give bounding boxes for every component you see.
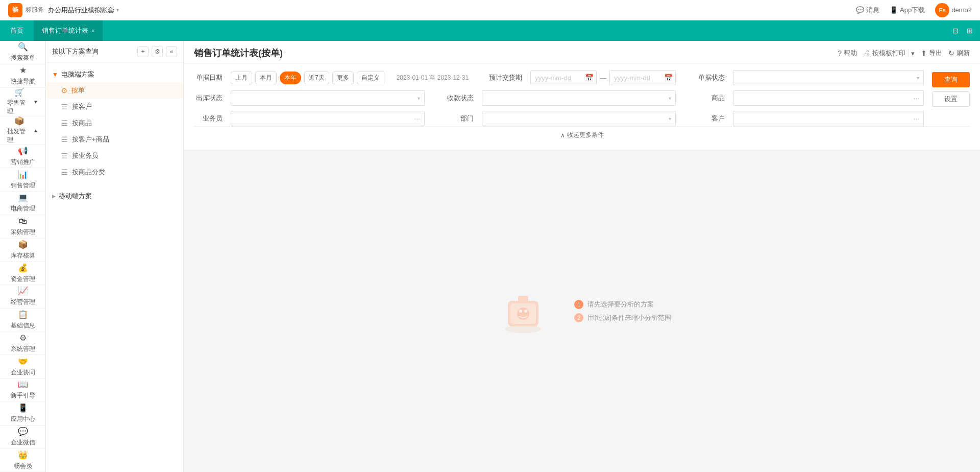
refresh-button[interactable]: ↻ 刷新	[948, 49, 970, 58]
sidebar-marketing-label: 营销推广	[11, 158, 35, 167]
date-range-text: 2023-01-01 至 2023-12-31	[397, 74, 469, 82]
shortcut-this-month[interactable]: 本月	[255, 72, 277, 84]
ecommerce-icon: 💻	[18, 193, 28, 202]
sidebar-item-guide[interactable]: 📖 新手引导	[0, 379, 45, 402]
payment-status-arrow-icon: ▾	[669, 96, 671, 101]
by-order-icon: ⊙	[61, 86, 67, 95]
shortcut-this-year[interactable]: 本年	[280, 72, 301, 84]
scheme-item-by-goods[interactable]: ☰ 按商品	[46, 115, 183, 131]
sidebar-item-finance[interactable]: 💰 资金管理	[0, 262, 45, 285]
sidebar-item-marketing[interactable]: 📢 营销推广	[0, 145, 45, 169]
tab-maximize-button[interactable]: ⊞	[964, 25, 976, 37]
status-select[interactable]: ▾	[733, 70, 924, 85]
salesperson-more-icon[interactable]: ···	[414, 114, 420, 123]
scheme-item-by-customer-goods-label: 按客户+商品	[72, 135, 109, 144]
tab-label: 销售订单统计表	[42, 26, 88, 35]
sidebar-item-sales[interactable]: 📊 销售管理	[0, 168, 45, 192]
filter-area: 单据日期 上月 本月 本年 近7天 更多 自定义 2023-01-01 至 20…	[184, 64, 980, 150]
empty-tip-1: 1 请先选择要分析的方案	[574, 300, 671, 309]
sidebar-item-inventory[interactable]: 📦 库存核算	[0, 239, 45, 262]
query-button[interactable]: 查询	[932, 72, 970, 87]
sidebar-item-search[interactable]: 🔍 搜索菜单	[0, 41, 45, 64]
scheme-item-by-order-label: 按单	[71, 86, 85, 95]
scheme-section-pc-label: 电脑端方案	[61, 70, 94, 79]
guide-icon: 📖	[18, 380, 28, 389]
by-goods-icon: ☰	[61, 119, 68, 127]
collapse-button[interactable]: ∧ 收起更多条件	[560, 131, 604, 139]
shortcut-more[interactable]: 更多	[332, 72, 354, 84]
sidebar-item-retail[interactable]: 🛒 零售管理 ▼	[0, 88, 45, 116]
tab-close-icon[interactable]: ×	[91, 28, 94, 34]
logo-area: 畅 标服务	[8, 3, 44, 17]
svg-point-5	[519, 310, 522, 313]
tab-sales-statistics[interactable]: 销售订单统计表 ×	[34, 20, 103, 41]
print-button[interactable]: 🖨 按模板打印 ▾	[863, 49, 915, 58]
tab-home[interactable]: 首页	[0, 20, 34, 41]
sidebar-item-appstore[interactable]: 📱 应用中心	[0, 402, 45, 426]
sidebar-item-wholesale[interactable]: 📦 批发管理 ▲	[0, 116, 45, 145]
print-icon: 🖨	[863, 49, 870, 57]
app-title-dropdown-icon[interactable]: ▾	[116, 7, 119, 13]
settings-scheme-button[interactable]: ⚙	[152, 46, 163, 57]
goods-select[interactable]: ···	[733, 90, 924, 106]
tab-home-label: 首页	[10, 26, 23, 35]
scheme-item-by-customer-goods[interactable]: ☰ 按客户+商品	[46, 131, 183, 148]
sidebar-item-wechat[interactable]: 💬 企业微信	[0, 426, 45, 449]
top-bar-right: 💬 消息 📱 App下载 Ea demo2	[856, 3, 972, 17]
customer-more-icon[interactable]: ···	[913, 114, 919, 123]
app-download-button[interactable]: 📱 App下载	[890, 6, 925, 15]
left-panel-header: 按以下方案查询 + ⚙ «	[46, 41, 183, 63]
tab-bar: 首页 销售订单统计表 × ⊟ ⊞	[0, 20, 980, 41]
sidebar-item-ecommerce[interactable]: 💻 电商管理	[0, 192, 45, 215]
sidebar-item-purchase[interactable]: 🛍 采购管理	[0, 215, 45, 239]
tab-minimize-button[interactable]: ⊟	[949, 25, 962, 37]
by-salesperson-icon: ☰	[61, 152, 68, 160]
help-button[interactable]: ? 帮助	[838, 49, 857, 58]
inventory-icon: 📦	[18, 240, 28, 249]
scheme-section-mobile-header[interactable]: ▶ 移动端方案	[46, 188, 183, 204]
query-section: 查询 设置	[932, 70, 970, 107]
scheme-item-by-category[interactable]: ☰ 按商品分类	[46, 164, 183, 180]
payment-status-select[interactable]: ▾	[482, 90, 676, 106]
scheme-item-by-customer[interactable]: ☰ 按客户	[46, 99, 183, 115]
shortcut-last-7days[interactable]: 近7天	[304, 72, 329, 84]
retail-icon: 🛒	[14, 87, 24, 97]
scheme-section-pc-header[interactable]: ▼ 电脑端方案	[46, 67, 183, 82]
sidebar-item-member[interactable]: 👑 畅会员	[0, 449, 45, 472]
sidebar-item-basic[interactable]: 📋 基础信息	[0, 309, 45, 332]
shortcut-custom[interactable]: 自定义	[357, 72, 384, 84]
sidebar-guide-label: 新手引导	[11, 391, 35, 400]
by-customer-goods-icon: ☰	[61, 135, 68, 144]
payment-status-label: 收款状态	[445, 93, 474, 103]
top-bar-left: 畅 标服务 办公用品行业模拟账套 ▾	[8, 3, 119, 17]
shortcut-last-month[interactable]: 上月	[231, 72, 252, 84]
collapse-panel-button[interactable]: «	[166, 46, 177, 57]
filter-row-1: 单据日期 上月 本月 本年 近7天 更多 自定义 2023-01-01 至 20…	[194, 70, 924, 85]
print-label: 按模板打印	[872, 49, 905, 58]
expected-date-end-calendar-icon[interactable]: 📅	[664, 74, 673, 82]
scheme-item-by-salesperson[interactable]: ☰ 按业务员	[46, 148, 183, 164]
print-dropdown-icon[interactable]: ▾	[909, 50, 915, 57]
department-select[interactable]: ▾	[482, 111, 676, 126]
expected-date-start-calendar-icon[interactable]: 📅	[585, 74, 594, 82]
scheme-item-by-order[interactable]: ⊙ 按单	[46, 82, 183, 99]
app-title[interactable]: 办公用品行业模拟账套 ▾	[48, 6, 119, 15]
customer-select[interactable]: ···	[733, 111, 924, 126]
sidebar-item-operation[interactable]: 📈 经营管理	[0, 285, 45, 309]
message-button[interactable]: 💬 消息	[856, 6, 879, 15]
content-area: 按以下方案查询 + ⚙ « ▼ 电脑端方案 ⊙ 按单 ☰ 按客	[46, 41, 980, 472]
sidebar-search-label: 搜索菜单	[11, 54, 35, 62]
sidebar-item-system[interactable]: ⚙ 系统管理	[0, 332, 45, 356]
export-button[interactable]: ⬆ 导出	[921, 49, 942, 58]
sidebar-item-enterprise[interactable]: 🤝 企业协同	[0, 355, 45, 379]
reset-button[interactable]: 设置	[932, 91, 970, 107]
finance-icon: 💰	[18, 263, 28, 273]
sidebar-finance-label: 资金管理	[11, 275, 35, 284]
salesperson-select[interactable]: ···	[231, 111, 425, 126]
collapse-label: 收起更多条件	[567, 131, 604, 139]
delivery-status-select[interactable]: ▾	[231, 90, 425, 106]
sidebar-item-shortcuts[interactable]: ★ 快捷导航	[0, 64, 45, 88]
goods-more-icon[interactable]: ···	[913, 94, 919, 102]
add-scheme-button[interactable]: +	[137, 46, 149, 57]
user-menu[interactable]: Ea demo2	[935, 3, 972, 17]
